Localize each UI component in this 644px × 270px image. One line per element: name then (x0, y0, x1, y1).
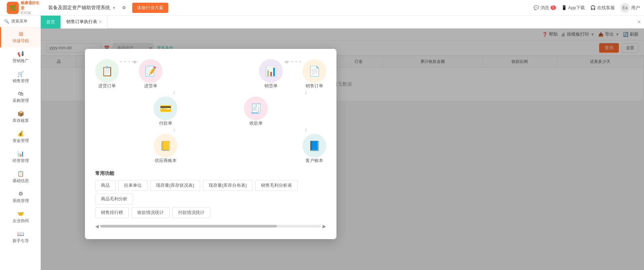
func-btn-payment-stats[interactable]: 付款情况统计 (172, 207, 210, 218)
settings-icon-btn[interactable]: ⚙ (119, 3, 129, 13)
sidebar-item-system[interactable]: ⚙ 系统管理 (0, 187, 40, 207)
receipt-bill-icon[interactable]: 🧾 (244, 96, 268, 120)
grid-icon: ⊞ (19, 31, 23, 37)
sidebar-item-finance[interactable]: 💰 资金管理 (0, 127, 40, 147)
func-btn-counterpart[interactable]: 往来单位 (118, 180, 147, 191)
customer-ledger-icon[interactable]: 📘 (302, 134, 326, 158)
purchase-order-icon[interactable]: 📋 (95, 59, 119, 83)
tab-close-icon[interactable]: × (99, 19, 102, 24)
sidebar-item-purchase[interactable]: 🛍 采购管理 (0, 87, 40, 107)
sales-bill-icon[interactable]: 📊 (259, 59, 283, 83)
spacer3 (95, 126, 154, 132)
flow-spacer2 (194, 89, 285, 95)
dropdown-arrow-icon: ▼ (112, 6, 116, 10)
search-menu[interactable]: 🔍 搜索菜单 (0, 16, 40, 27)
supplier-ledger-icon[interactable]: 📒 (154, 134, 177, 158)
sidebar-item-guide[interactable]: 📖 新手引导 (0, 227, 40, 247)
sidebar-item-label-operations: 经营管理 (13, 158, 29, 164)
purchase-bill-icon[interactable]: 📝 (139, 59, 162, 83)
scroll-left-arrow[interactable]: ◀ (95, 223, 99, 229)
purchase-bill-glyph: 📝 (145, 66, 157, 77)
sales-order-label: 销售订单 (306, 83, 323, 89)
purchase-icon: 🛍 (18, 91, 23, 97)
common-functions-section: 常用功能 商品 往来单位 现存量(库存状况表) 现存量(库存分布表) 销售毛利分… (95, 170, 326, 218)
spacer-left (95, 89, 136, 95)
func-buttons-row2: 销售排行榜 收款情况统计 付款情况统计 (95, 207, 326, 218)
purchase-bill-arrow-down: ↓ (154, 89, 194, 95)
quick-nav-modal: 📋 进货订单 ▶ 📝 (85, 49, 336, 239)
top-right-area: 💬 消息 5 📱 App下载 🎧 在线客服 Ea 用户 (534, 3, 640, 13)
sales-order-glyph: 📄 (309, 66, 320, 77)
sidebar-item-marketing[interactable]: 📢 营销推广 (0, 47, 40, 67)
message-item[interactable]: 💬 消息 5 (534, 5, 556, 11)
tab-home[interactable]: 首页 (41, 16, 61, 29)
sidebar-item-base-info[interactable]: 📋 基础信息 (0, 167, 40, 187)
app-download-item[interactable]: 📱 App下载 (561, 5, 585, 11)
supplier-ledger-col: 📒 供应商账本 (154, 134, 177, 164)
experience-industry-button[interactable]: 体验行业方案 (132, 3, 168, 13)
scroll-right-arrow[interactable]: ▶ (323, 223, 326, 229)
search-menu-label: 搜索菜单 (11, 18, 28, 24)
tab-sales-order[interactable]: 销售订单执行表 × (61, 16, 107, 29)
arrow-purchase-h: ▶ (120, 59, 137, 73)
scroll-thumb[interactable] (100, 225, 277, 228)
gear-icon: ⚙ (122, 5, 126, 10)
func-btn-receipt-stats[interactable]: 收款情况统计 (132, 207, 170, 218)
guide-icon: 📖 (17, 231, 24, 237)
sidebar-item-inventory[interactable]: 📦 库存核算 (0, 107, 40, 127)
payment-bill-icon[interactable]: 💳 (154, 96, 177, 120)
tab-sales-order-label: 销售订单执行表 (66, 19, 97, 25)
online-service-label: 在线客服 (597, 5, 615, 11)
sidebar-item-quick-nav[interactable]: ⊞ 快捷导航 (0, 27, 40, 47)
user-avatar-item[interactable]: Ea 用户 (620, 3, 640, 13)
func-btn-product-profit[interactable]: 商品毛利分析 (95, 194, 133, 204)
purchase-order-label: 进货订单 (98, 83, 116, 89)
app-wrapper: 🌿 畅康通好生意 旺旺版 装备及固定资产辅助管理系统 ▼ ⚙ 体验行业方案 💬 … (0, 0, 644, 270)
brand-logo-icon: 🌿 (7, 2, 19, 14)
inventory-icon: 📦 (17, 110, 24, 117)
sidebar-item-label-enterprise: 企业协同 (13, 218, 29, 224)
func-btn-product[interactable]: 商品 (95, 180, 116, 191)
func-btn-stock-dist[interactable]: 现存量(库存分布表) (203, 180, 253, 191)
page-content: ❓ 帮助 🖨 按模板打印 ▼ 📤 导出 ▼ (41, 29, 644, 270)
sidebar: 🔍 搜索菜单 ⊞ 快捷导航 📢 营销推广 🛒 销售管理 🛍 采购管理 📦 (0, 16, 41, 270)
sidebar-item-operations[interactable]: 📊 经营管理 (0, 147, 40, 167)
flow-section: 📋 进货订单 ▶ 📝 (95, 59, 326, 164)
sales-order-icon[interactable]: 📄 (302, 59, 326, 83)
func-btn-stock-status[interactable]: 现存量(库存状况表) (150, 180, 200, 191)
sidebar-item-label-sales: 销售管理 (13, 78, 29, 84)
tab-bar: 首页 销售订单执行表 × × (41, 16, 644, 29)
finance-icon: 💰 (17, 130, 24, 137)
app-download-label: App下载 (568, 5, 585, 11)
online-service-item[interactable]: 🎧 在线客服 (590, 5, 615, 11)
enterprise-icon: 🤝 (17, 211, 24, 217)
content-area: 首页 销售订单执行表 × × ❓ 帮助 (41, 16, 644, 270)
spacer-arrow-left (136, 89, 154, 95)
sales-bill-arrow-down: ↓ (285, 89, 326, 95)
top-bar: 🌿 畅康通好生意 旺旺版 装备及固定资产辅助管理系统 ▼ ⚙ 体验行业方案 💬 … (0, 0, 644, 16)
payment-bill-glyph: 💳 (160, 103, 172, 114)
headset-icon: 🎧 (590, 5, 596, 10)
receipt-bill-glyph: 🧾 (250, 103, 262, 114)
close-all-tabs-button[interactable]: × (638, 19, 641, 25)
sidebar-item-label-purchase: 采购管理 (13, 98, 29, 104)
supplier-ledger-glyph: 📒 (160, 140, 172, 151)
main-area: 🔍 搜索菜单 ⊞ 快捷导航 📢 营销推广 🛒 销售管理 🛍 采购管理 📦 (0, 16, 644, 270)
sidebar-item-label-guide: 新手引导 (13, 238, 29, 244)
sidebar-item-label-system: 系统管理 (13, 198, 29, 204)
system-title[interactable]: 装备及固定资产辅助管理系统 ▼ (48, 5, 116, 11)
func-btn-sales-profit[interactable]: 销售毛利分析表 (255, 180, 298, 191)
sidebar-item-label-inventory: 库存核算 (13, 118, 29, 124)
sidebar-item-sales[interactable]: 🛒 销售管理 (0, 67, 40, 87)
brand-name: 畅康通好生意 (21, 0, 42, 11)
sidebar-item-label-finance: 资金管理 (13, 138, 29, 144)
message-label: 消息 (540, 5, 549, 11)
brand-sub: 旺旺版 (21, 11, 42, 15)
user-label: 用户 (631, 5, 640, 11)
func-buttons-row1: 商品 往来单位 现存量(库存状况表) 现存量(库存分布表) 销售毛利分析表 商品… (95, 180, 326, 204)
operations-icon: 📊 (17, 150, 24, 157)
sidebar-item-enterprise[interactable]: 🤝 企业协同 (0, 207, 40, 227)
payment-bill-label: 付款单 (159, 120, 172, 126)
func-btn-sales-rank[interactable]: 销售排行榜 (95, 207, 129, 218)
message-badge: 5 (551, 5, 556, 10)
